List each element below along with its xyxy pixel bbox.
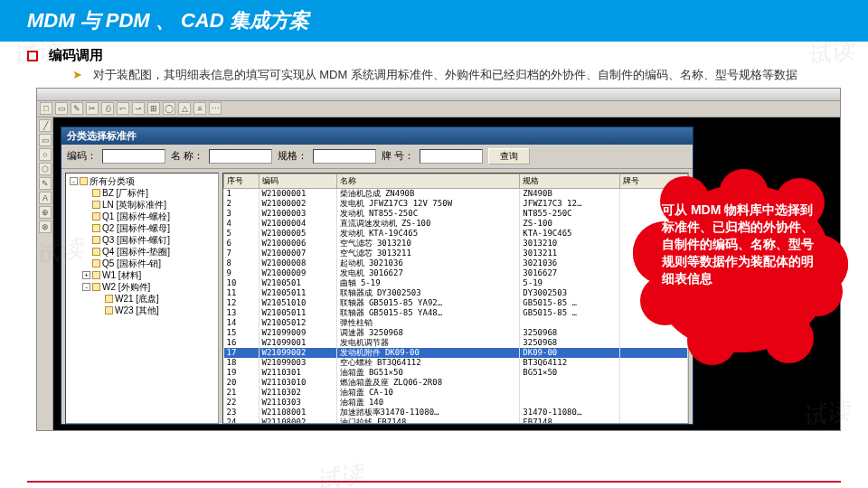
tool-icon[interactable]: △: [178, 102, 191, 115]
tree-item[interactable]: Q1 [国标件-螺栓]: [68, 211, 216, 222]
table-row[interactable]: 3W21000003发动机 NT855-250CNT855-250C: [224, 209, 688, 219]
body-text: 对于装配图，其明细表信息的填写可实现从 MDM 系统调用标准件、外购件和已经归档…: [93, 68, 797, 81]
table-row[interactable]: 2W21000002发电机 JFWZ17C3 12V 750WJFWZ17C3 …: [224, 199, 688, 209]
side-tool-icon[interactable]: ⊗: [39, 221, 52, 233]
tree-item[interactable]: +W1 [材料]: [68, 269, 216, 281]
arrow-bullet-icon: ➤: [72, 68, 82, 81]
tree-item[interactable]: -所有分类项: [68, 175, 216, 187]
input-spec[interactable]: [313, 149, 376, 164]
table-row[interactable]: 11W21005011联轴器成 DY3002503DY3002503: [224, 288, 688, 298]
table-row[interactable]: 14W21005012弹性柱销: [224, 318, 688, 328]
tool-icon[interactable]: ⎙: [101, 102, 114, 115]
cad-toolbar[interactable]: □▭✎✂⎙⤺⤻⊞◯△≡⋯: [37, 101, 840, 117]
bullet-square-icon: [27, 51, 38, 61]
side-tool-icon[interactable]: ○: [39, 148, 52, 161]
category-tree[interactable]: -所有分类项BZ [厂标件]LN [英制标准件]Q1 [国标件-螺栓]Q2 [国…: [65, 173, 219, 424]
side-tool-icon[interactable]: ✎: [39, 177, 52, 190]
dialog-search-bar: 编码： 名 称： 规格： 牌 号： 查询: [61, 145, 693, 169]
table-row[interactable]: 9W21000009发电机 30166273016627: [224, 268, 688, 278]
label-name: 名 称：: [171, 149, 203, 163]
side-tool-icon[interactable]: ⬡: [39, 163, 52, 175]
table-row[interactable]: 20W21103010燃油箱盖及座 ZLQ06-2R08: [224, 378, 688, 388]
side-tool-icon[interactable]: ╱: [39, 119, 52, 132]
table-row[interactable]: 19W2110301油箱盖 BG51×50BG51×50: [224, 368, 688, 378]
tree-item[interactable]: W21 [底盘]: [68, 293, 216, 305]
side-tool-icon[interactable]: ▭: [39, 134, 52, 146]
dialog-title: 分类选择标准件: [61, 127, 693, 145]
table-row[interactable]: 8W21000008起动机 30210363021036: [224, 258, 688, 268]
table-row[interactable]: 18W21099003空心螺栓 BT3Q64112BT3Q64112: [224, 358, 688, 368]
column-header[interactable]: 规格: [520, 174, 620, 188]
tool-icon[interactable]: □: [40, 102, 52, 115]
callout-text: 可从 MDM 物料库中选择到标准件、已归档的外协件、自制件的编码、名称、型号规则…: [662, 202, 821, 336]
tool-icon[interactable]: ✂: [86, 102, 99, 115]
watermark: 试读: [315, 458, 365, 488]
section-heading: 编码调用: [49, 47, 103, 62]
tree-item[interactable]: Q5 [国标件-销]: [68, 258, 216, 269]
tree-item[interactable]: Q4 [国标件-垫圈]: [68, 246, 216, 258]
table-row[interactable]: 16W21099001发电机调节器3250968: [224, 338, 688, 348]
table-row[interactable]: 21W2110302油箱盖 CA-10: [224, 388, 688, 398]
tool-icon[interactable]: ◯: [163, 102, 175, 115]
cad-side-toolbar[interactable]: ╱▭○⬡✎A⊕⊗: [37, 117, 53, 430]
slide-title: MDM 与 PDM 、 CAD 集成方案: [0, 0, 868, 42]
table-row[interactable]: 13W21005011联轴器 GB5015-85 YA48…GB5015-85 …: [224, 308, 688, 318]
tree-item[interactable]: BZ [厂标件]: [68, 187, 216, 199]
tree-item[interactable]: W23 [其他]: [68, 305, 216, 316]
table-row[interactable]: 15W21099009调速器 32509683250968: [224, 328, 688, 338]
callout-cloud: 可从 MDM 物料库中选择到标准件、已归档的外协件、自制件的编码、名称、型号规则…: [651, 185, 832, 352]
table-row[interactable]: 24W21108002油门拉线 FB7148FB7148: [224, 418, 688, 424]
input-code[interactable]: [102, 149, 165, 164]
table-row[interactable]: 5W21000005发动机 KTA-19C465KTA-19C465: [224, 229, 688, 239]
table-row[interactable]: 17W21099002发动机附件 DK09-00DK09-00: [224, 348, 688, 358]
table-row[interactable]: 23W21108001加速踏板率31470-11080…31470-11080…: [224, 408, 688, 418]
tool-icon[interactable]: ≡: [193, 102, 206, 115]
query-button[interactable]: 查询: [488, 148, 530, 164]
table-row[interactable]: 12W21051010联轴器 GB5015-85 YA92…GB5015-85 …: [224, 298, 688, 308]
tree-item[interactable]: LN [英制标准件]: [68, 199, 216, 211]
label-code: 编码：: [67, 149, 97, 163]
side-tool-icon[interactable]: ⊕: [39, 206, 52, 219]
input-name[interactable]: [209, 149, 272, 164]
column-header[interactable]: 编码: [259, 174, 336, 188]
label-brand: 牌 号：: [382, 149, 414, 163]
input-brand[interactable]: [420, 149, 483, 164]
table-row[interactable]: 22W2110303油箱盖 140: [224, 398, 688, 408]
table-row[interactable]: 7W21000007空气滤芯 30132113013211: [224, 249, 688, 258]
table-row[interactable]: 1W21000001柴油机总成 ZN490BZN490B: [224, 188, 688, 199]
side-tool-icon[interactable]: A: [39, 192, 52, 204]
column-header[interactable]: 名称: [336, 174, 520, 188]
tree-item[interactable]: Q3 [国标件-螺钉]: [68, 234, 216, 246]
tool-icon[interactable]: ⊞: [147, 102, 160, 115]
footer-divider: [27, 481, 841, 483]
column-header[interactable]: 序号: [224, 174, 259, 188]
tool-icon[interactable]: ⤺: [117, 102, 129, 115]
tree-item[interactable]: Q2 [国标件-螺母]: [68, 222, 216, 234]
cad-menubar[interactable]: [37, 89, 840, 101]
standard-parts-dialog: 分类选择标准件 编码： 名 称： 规格： 牌 号： 查询 -所有分类项BZ [厂…: [61, 127, 693, 425]
tree-item[interactable]: -W2 [外购件]: [68, 281, 216, 293]
table-row[interactable]: 10W2100501曲轴 5-195-19: [224, 278, 688, 288]
label-spec: 规格：: [278, 149, 307, 163]
tool-icon[interactable]: ⋯: [209, 102, 222, 115]
table-row[interactable]: 6W21000006空气滤芯 30132103013210: [224, 239, 688, 249]
section-header: 编码调用: [0, 42, 868, 66]
body-text-block: ➤ 对于装配图，其明细表信息的填写可实现从 MDM 系统调用标准件、外购件和已经…: [0, 66, 868, 84]
tool-icon[interactable]: ▭: [55, 102, 68, 115]
tool-icon[interactable]: ✎: [71, 102, 83, 115]
table-row[interactable]: 4W21000004直流调速发动机 ZS-100ZS-100: [224, 219, 688, 229]
parts-grid[interactable]: 序号编码名称规格牌号1W21000001柴油机总成 ZN490BZN490B2W…: [222, 173, 689, 424]
tool-icon[interactable]: ⤻: [132, 102, 145, 115]
